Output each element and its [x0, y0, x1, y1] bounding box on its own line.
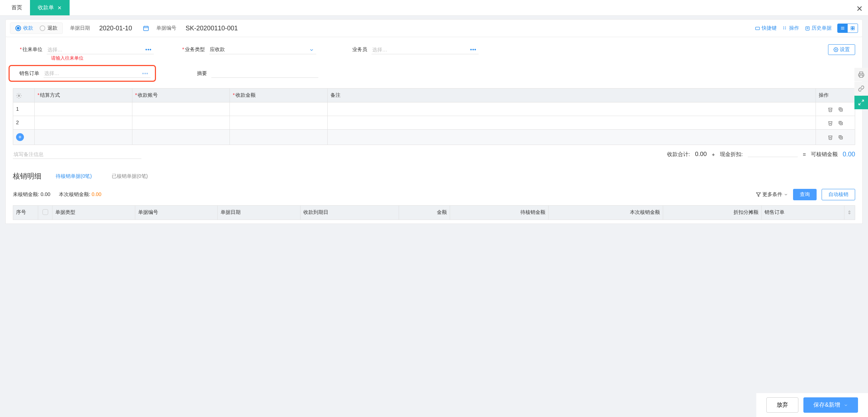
shortcut-link[interactable]: 快捷键	[755, 25, 777, 31]
amt-header: *收款金额	[230, 89, 328, 102]
trash-icon[interactable]	[828, 106, 833, 112]
add-row-icon[interactable]: +	[16, 133, 24, 141]
biztype-input[interactable]	[209, 45, 316, 54]
history-label: 历史单据	[812, 25, 832, 31]
payment-grid: *结算方式 *收款账号 *收款金额 备注 操作 1 2	[13, 88, 855, 145]
table-row[interactable]: 1	[13, 102, 855, 116]
avail-value: 0.00	[843, 151, 855, 158]
summary-input[interactable]	[211, 69, 318, 78]
pend-header: 待核销金额	[450, 205, 549, 220]
summary-label: 摘要	[177, 70, 211, 77]
disc-header: 折扣分摊额	[663, 205, 762, 220]
tab-home[interactable]: 首页	[4, 0, 30, 15]
copy-icon[interactable]	[838, 134, 843, 140]
tab-receipt-label: 收款单	[38, 4, 54, 11]
copy-icon[interactable]	[838, 106, 843, 112]
remark-input[interactable]	[13, 150, 141, 159]
pending-tab[interactable]: 待核销单据(0笔)	[50, 171, 97, 182]
discount-label: 现金折扣:	[720, 151, 743, 158]
bill-date-value[interactable]: 2020-01-10	[99, 25, 132, 32]
biztype-label: *业务类型	[175, 46, 209, 53]
query-button[interactable]: 查询	[793, 189, 817, 200]
salesorder-label: 销售订单	[14, 70, 44, 77]
side-toolbar	[854, 68, 868, 109]
more-icon[interactable]: •••	[145, 47, 152, 52]
print-icon[interactable]	[854, 68, 868, 81]
svg-rect-16	[853, 26, 854, 28]
svg-rect-0	[143, 26, 148, 31]
operate-link[interactable]: 操作	[782, 25, 799, 31]
sort-icon[interactable]: ⇕	[844, 205, 855, 220]
card-view-icon[interactable]	[848, 24, 858, 32]
history-link[interactable]: 历史单据	[805, 25, 832, 31]
svg-point-7	[783, 28, 784, 29]
settings-label: 设置	[840, 46, 850, 53]
row-number: 1	[13, 102, 35, 116]
detail-toolbar: 未核销金额: 0.00 本次核销金额: 0.00 更多条件 查询 自动核销	[13, 184, 855, 205]
staff-input[interactable]	[372, 45, 479, 54]
no-header: 单据编号	[135, 205, 218, 220]
total-label: 收款合计:	[667, 151, 690, 158]
link-icon[interactable]	[854, 82, 868, 95]
table-add-row: +	[13, 129, 855, 145]
checkbox-header[interactable]	[38, 205, 52, 220]
summary-row: 收款合计: 0.00 + 现金折扣: = 可核销金额 0.00	[13, 145, 855, 164]
gear-header[interactable]	[13, 89, 35, 102]
svg-line-33	[862, 100, 864, 102]
chevron-down-icon[interactable]	[309, 47, 314, 52]
staff-field: 业务员 •••	[338, 44, 479, 55]
avail-label: 可核销金额	[811, 151, 838, 158]
detail-title: 核销明细	[13, 171, 41, 181]
party-label: *往来单位	[13, 46, 47, 53]
radio-refund-label: 退款	[47, 25, 57, 31]
bill-date-label: 单据日期	[70, 25, 90, 31]
copy-icon[interactable]	[838, 120, 843, 126]
radio-receive-label: 收款	[23, 25, 33, 31]
svg-rect-32	[860, 72, 863, 74]
calendar-icon[interactable]	[143, 25, 149, 31]
close-icon[interactable]: ✕	[57, 5, 62, 11]
staff-label: 业务员	[338, 46, 372, 53]
view-toggle	[837, 24, 858, 33]
detail-section-header: 核销明细 待核销单据(0笔) 已核销单据(0笔)	[13, 164, 855, 184]
seq-header: 序号	[13, 205, 38, 220]
operate-label: 操作	[789, 25, 799, 31]
total-value: 0.00	[695, 151, 707, 158]
party-error: 请输入往来单位	[51, 55, 84, 61]
svg-rect-15	[851, 26, 852, 28]
date-header: 单据日期	[218, 205, 301, 220]
tab-receipt[interactable]: 收款单 ✕	[30, 0, 70, 15]
detail-grid: 序号 单据类型 单据编号 单据日期 收款到期日 金额 待核销金额 本次核销金额 …	[13, 205, 855, 220]
page-close-icon[interactable]: ✕	[856, 4, 863, 14]
trash-icon[interactable]	[828, 120, 833, 126]
table-row[interactable]: 2	[13, 116, 855, 129]
radio-refund[interactable]: 退款	[40, 25, 57, 31]
remark-header: 备注	[327, 89, 816, 102]
bill-no-value: SK-20200110-001	[186, 25, 238, 32]
svg-point-20	[18, 95, 20, 96]
amt-header: 金额	[399, 205, 450, 220]
header-bar: 收款 退款 单据日期 2020-01-10 单据编号 SK-20200110-0…	[5, 19, 863, 37]
radio-receive[interactable]: 收款	[15, 25, 33, 31]
party-input[interactable]	[47, 45, 154, 54]
more-icon[interactable]: •••	[470, 47, 476, 52]
svg-point-6	[785, 26, 786, 27]
summary-field: 摘要	[177, 65, 318, 82]
row-number: 2	[13, 116, 35, 129]
settings-button[interactable]: 设置	[828, 44, 855, 55]
discount-input[interactable]	[748, 151, 798, 157]
type-radio-group: 收款 退款	[10, 22, 63, 34]
auto-button[interactable]: 自动核销	[822, 189, 855, 200]
trash-icon[interactable]	[828, 134, 833, 140]
expand-icon[interactable]	[854, 96, 868, 109]
tab-bar: 首页 收款单 ✕ ✕	[0, 0, 868, 16]
ops-header: 操作	[816, 89, 855, 102]
svg-line-34	[859, 103, 861, 105]
cur-header: 本次核销金额	[549, 205, 663, 220]
more-icon[interactable]: •••	[142, 71, 148, 76]
done-tab[interactable]: 已核销单据(0笔)	[106, 171, 153, 182]
list-view-icon[interactable]	[838, 24, 848, 32]
thisverify-label: 本次核销金额: 0.00	[59, 191, 101, 198]
more-filter-link[interactable]: 更多条件	[756, 191, 788, 198]
salesorder-input[interactable]	[44, 69, 151, 78]
